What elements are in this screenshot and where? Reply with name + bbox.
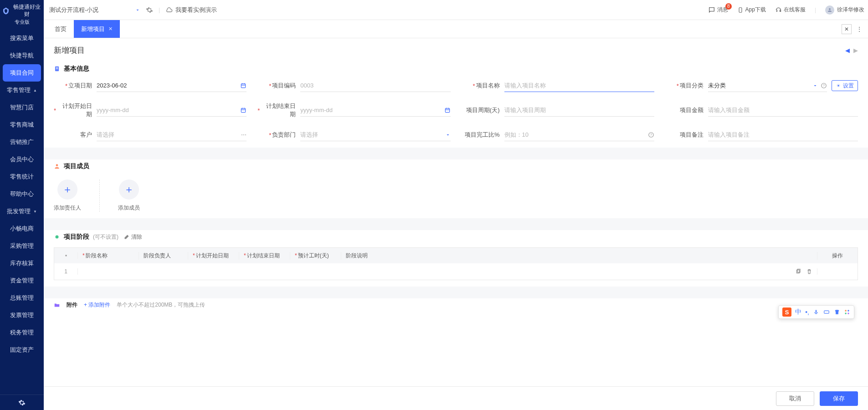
tab-more[interactable]: ⋮	[854, 24, 864, 34]
ime-keyboard-icon[interactable]	[823, 309, 830, 315]
section-members: 项目成员 ＋ 添加责任人 ＋ 添加成员	[44, 159, 868, 218]
online-service[interactable]: 在线客服	[775, 6, 806, 14]
sidebar: 畅捷通好业财 专业版 搜索菜单 快捷导航 项目合同 零售管理▲ 智慧门店 零售商…	[0, 0, 44, 410]
field-name: *项目名称	[462, 79, 654, 92]
nav-tax[interactable]: 税务管理	[0, 324, 44, 341]
nav-smart-store[interactable]: 智慧门店	[0, 99, 44, 116]
user-menu[interactable]: 徐泽华修改	[825, 5, 864, 15]
nav-marketing[interactable]: 营销推广	[0, 133, 44, 151]
gear-icon	[836, 83, 841, 88]
close-icon[interactable]: ✕	[108, 26, 113, 32]
nav-finance[interactable]: 资金管理	[0, 272, 44, 289]
field-create-date: *立项日期 2023-06-02	[54, 79, 247, 92]
ime-lang[interactable]: 中	[795, 308, 801, 316]
folder-icon	[54, 302, 60, 308]
svg-rect-18	[824, 311, 829, 313]
tab-new-project[interactable]: 新增项目 ✕	[74, 20, 120, 38]
clear-stages[interactable]: 清除	[124, 233, 142, 241]
nav-fixed-asset[interactable]: 固定资产	[0, 341, 44, 359]
ime-toolbox-icon[interactable]	[844, 309, 850, 315]
nav-search[interactable]: 搜索菜单	[0, 30, 44, 47]
brand-name: 畅捷通好业财	[12, 4, 42, 18]
stage-desc-cell[interactable]	[341, 268, 817, 275]
nav-invoice[interactable]: 发票管理	[0, 307, 44, 324]
stage-icon	[54, 234, 60, 240]
info-icon	[54, 66, 60, 72]
brand-icon	[2, 7, 10, 15]
attachment-tip: 单个大小不超过200MB，可拖拽上传	[117, 301, 205, 309]
nav-purchase[interactable]: 采购管理	[0, 237, 44, 255]
period-input[interactable]	[504, 107, 654, 113]
calendar-icon	[240, 82, 247, 89]
nav-project-contract[interactable]: 项目合同	[3, 64, 41, 82]
demo-link[interactable]: 我要看实例演示	[165, 6, 217, 14]
remark-input[interactable]	[708, 131, 858, 138]
add-owner-button[interactable]: ＋	[57, 179, 77, 200]
row-copy-icon[interactable]	[795, 268, 801, 275]
nav-ecommerce[interactable]: 小畅电商	[0, 220, 44, 237]
plan-end-input[interactable]	[300, 107, 444, 113]
help-icon[interactable]: ?	[821, 82, 827, 89]
workspace-selector[interactable]: 测试分开流程-小况	[49, 6, 140, 14]
stage-table: *阶段名称 阶段负责人 *计划开始日期 *计划结束日期 *预计工时(天) 阶段说…	[54, 247, 858, 280]
nav-ledger[interactable]: 总账管理	[0, 289, 44, 307]
sidebar-settings[interactable]	[0, 395, 44, 410]
ime-punct-icon[interactable]: •,	[805, 308, 809, 316]
cancel-button[interactable]: 取消	[776, 391, 814, 406]
save-button[interactable]: 保存	[820, 391, 858, 406]
chevron-down-icon	[135, 7, 140, 13]
message-icon	[708, 6, 715, 14]
tab-close-all[interactable]: ✕	[842, 24, 852, 34]
stage-header-gear[interactable]	[54, 252, 78, 259]
more-icon[interactable]: ⋯	[241, 132, 247, 138]
calendar-icon	[444, 107, 451, 113]
stage-row-index: 1	[54, 268, 78, 275]
avatar	[825, 5, 834, 15]
field-plan-end: *计划结束日期	[257, 102, 450, 118]
field-dept: *负责部门 请选择	[257, 128, 450, 141]
svg-text:?: ?	[823, 84, 825, 87]
brand-edition: 专业版	[2, 19, 42, 25]
people-icon	[54, 163, 60, 169]
add-member-label: 添加成员	[118, 204, 140, 212]
ime-skin-icon[interactable]	[834, 309, 840, 315]
footer: 取消 保存	[44, 386, 868, 410]
nav-retail-mall[interactable]: 零售商城	[0, 116, 44, 133]
nav-wholesale[interactable]: 批发管理▼	[0, 203, 44, 220]
workspace-settings[interactable]	[146, 6, 153, 14]
nav-member[interactable]: 会员中心	[0, 151, 44, 168]
svg-rect-15	[797, 270, 800, 273]
mobile-icon	[737, 7, 744, 13]
nav-retail-mgmt[interactable]: 零售管理▲	[0, 82, 44, 99]
headset-icon	[775, 6, 782, 13]
section-attachments: 附件 + 添加附件 单个大小不超过200MB，可拖拽上传	[44, 298, 868, 315]
svg-point-21	[845, 313, 847, 314]
page-title: 新增项目	[54, 45, 85, 56]
name-input[interactable]	[504, 82, 654, 89]
nav-help[interactable]: 帮助中心	[0, 185, 44, 203]
ime-voice-icon[interactable]	[813, 309, 819, 315]
app-download[interactable]: App下载	[737, 6, 766, 14]
code-input[interactable]	[300, 82, 450, 89]
nav-inventory[interactable]: 库存核算	[0, 255, 44, 272]
pager-next[interactable]: ▶	[853, 47, 858, 54]
svg-point-13	[56, 236, 59, 239]
svg-rect-2	[56, 67, 58, 68]
nav-retail-stats[interactable]: 零售统计	[0, 168, 44, 185]
plan-start-input[interactable]	[97, 107, 240, 113]
tab-home[interactable]: 首页	[47, 20, 74, 38]
pager-prev[interactable]: ◀	[845, 47, 850, 54]
row-delete-icon[interactable]	[806, 268, 812, 275]
add-attachment[interactable]: + 添加附件	[84, 301, 110, 309]
ime-toolbar[interactable]: S 中 •,	[778, 305, 854, 319]
amount-input[interactable]	[708, 107, 858, 113]
nav-quick[interactable]: 快捷导航	[0, 47, 44, 64]
help-icon[interactable]: ?	[648, 132, 654, 138]
nav: 搜索菜单 快捷导航 项目合同 零售管理▲ 智慧门店 零售商城 营销推广 会员中心…	[0, 30, 44, 395]
svg-point-20	[847, 310, 849, 312]
progress-input[interactable]	[504, 131, 648, 138]
messages[interactable]: 消息 8	[708, 6, 728, 14]
category-settings-button[interactable]: 设置	[832, 80, 858, 91]
add-member-button[interactable]: ＋	[119, 179, 139, 200]
brand-logo: 畅捷通好业财 专业版	[0, 0, 44, 30]
